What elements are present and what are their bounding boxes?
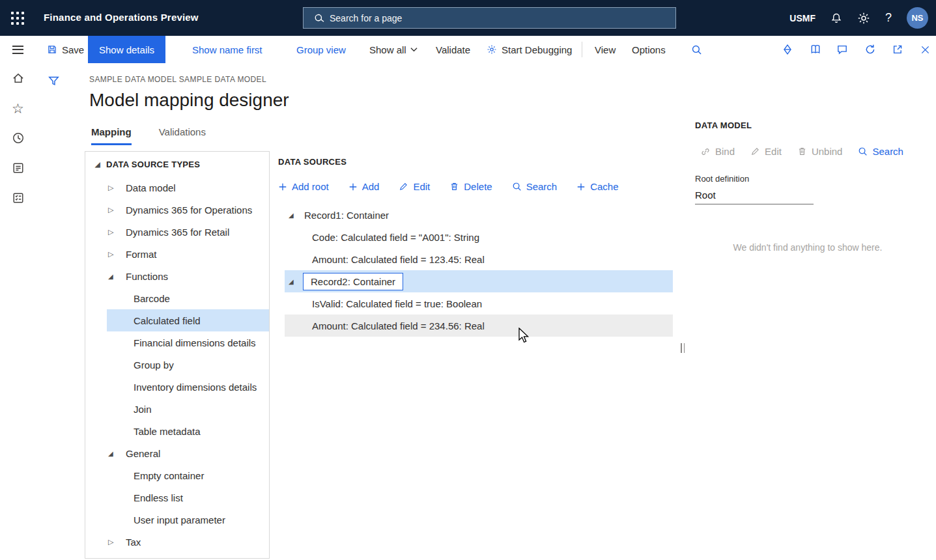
tree-item-empty-container[interactable]: Empty container — [85, 464, 269, 486]
tree-item-dynamics-365-for-operations[interactable]: ▷ Dynamics 365 for Operations — [85, 199, 269, 221]
hamburger-icon — [12, 43, 23, 56]
form-icon — [12, 161, 25, 175]
recent-nav-button[interactable] — [0, 123, 36, 153]
field-row-code[interactable]: Code: Calculated field = "A001": String — [285, 226, 673, 248]
tree-item-general[interactable]: ◢ General — [85, 442, 269, 464]
notifications-bell-icon[interactable] — [830, 12, 842, 24]
trash-icon — [797, 147, 807, 156]
data-source-types-header[interactable]: ◢ DATA SOURCE TYPES — [85, 152, 269, 176]
start-debugging-button[interactable]: Start Debugging — [487, 36, 572, 63]
open-in-new-window-button[interactable] — [892, 36, 903, 63]
tree-item-inventory-dimensions-details[interactable]: Inventory dimensions details — [85, 376, 269, 398]
options-menu-button[interactable]: Options — [632, 36, 666, 63]
user-avatar[interactable]: NS — [907, 7, 928, 29]
close-icon — [920, 45, 930, 55]
forms-nav-button[interactable] — [0, 153, 36, 183]
trash-icon — [449, 182, 459, 191]
filter-funnel-icon[interactable] — [48, 75, 72, 87]
clock-icon — [12, 132, 25, 145]
root-definition-field[interactable]: Root — [695, 189, 814, 204]
group-view-button[interactable]: Group view — [296, 36, 346, 63]
tree-item-tax[interactable]: ▷ Tax — [85, 531, 269, 553]
show-name-first-button[interactable]: Show name first — [192, 36, 262, 63]
tree-item-table-metadata[interactable]: Table metadata — [85, 420, 269, 442]
chevron-down-icon — [410, 47, 418, 52]
app-launcher-icon[interactable] — [11, 12, 24, 25]
tree-item-group-by[interactable]: Group by — [85, 354, 269, 376]
task-list-icon — [12, 191, 25, 204]
tree-item-dynamics-365-for-retail[interactable]: ▷ Dynamics 365 for Retail — [85, 221, 269, 243]
tree-item-user-input-parameter[interactable]: User input parameter — [85, 509, 269, 531]
task-guide-button[interactable] — [810, 36, 821, 63]
open-in-new-window-icon — [892, 44, 903, 55]
favorites-nav-button[interactable]: ☆ — [0, 93, 36, 123]
tree-item-format[interactable]: ▷ Format — [85, 243, 269, 265]
tree-item-endless-list[interactable]: Endless list — [85, 486, 269, 509]
find-button[interactable] — [691, 36, 702, 63]
settings-gear-icon[interactable] — [857, 12, 870, 25]
tree-item-join[interactable]: Join — [85, 398, 269, 420]
company-selector[interactable]: USMF — [789, 13, 815, 23]
add-button[interactable]: Add — [348, 181, 380, 192]
tree-item-record1[interactable]: ◢ Record1: Container — [285, 204, 673, 226]
close-button[interactable] — [920, 36, 930, 63]
save-button[interactable]: Save — [47, 36, 84, 63]
data-sources-panel: DATA SOURCES Add root Add Edit Delete Se… — [278, 157, 675, 337]
unbind-button[interactable]: Unbind — [797, 146, 843, 157]
cache-button[interactable]: Cache — [576, 181, 618, 192]
tree-item-record2[interactable]: ◢ Record2: Container — [285, 270, 673, 292]
help-icon[interactable]: ? — [885, 11, 892, 25]
empty-state-message: We didn't find anything to show here. — [695, 242, 920, 253]
search-button[interactable]: Search — [512, 181, 558, 192]
bind-button[interactable]: Bind — [700, 146, 735, 157]
chevron-collapsed-icon[interactable]: ▷ — [108, 228, 126, 236]
chevron-collapsed-icon[interactable]: ▷ — [108, 206, 126, 214]
edit-button[interactable]: Edit — [399, 181, 430, 192]
delete-button[interactable]: Delete — [449, 181, 492, 192]
chevron-expanded-icon[interactable]: ◢ — [95, 161, 106, 168]
tree-item-barcode[interactable]: Barcode — [85, 287, 269, 309]
save-icon — [47, 44, 57, 55]
chevron-collapsed-icon[interactable]: ▷ — [108, 184, 126, 192]
insights-button[interactable] — [782, 36, 793, 63]
field-row-amount-record1[interactable]: Amount: Calculated field = 123.45: Real — [285, 248, 673, 270]
tree-item-functions[interactable]: ◢ Functions — [85, 265, 269, 287]
panel-resize-handle[interactable] — [681, 343, 685, 353]
page-search-box[interactable] — [303, 7, 676, 29]
hamburger-menu-button[interactable] — [0, 36, 36, 63]
show-all-dropdown[interactable]: Show all — [369, 36, 418, 63]
message-bubble-icon — [836, 44, 848, 55]
refresh-button[interactable] — [864, 36, 876, 63]
pencil-icon — [750, 147, 760, 156]
chevron-expanded-icon[interactable]: ◢ — [108, 273, 126, 280]
chevron-expanded-icon[interactable]: ◢ — [108, 450, 126, 457]
page-search-input[interactable] — [330, 13, 669, 23]
show-details-button[interactable]: Show details — [88, 36, 165, 63]
book-icon — [810, 44, 821, 55]
field-row-amount-record2[interactable]: Amount: Calculated field = 234.56: Real — [285, 315, 673, 337]
home-nav-button[interactable] — [0, 63, 36, 93]
debug-icon — [487, 44, 497, 55]
chevron-expanded-icon[interactable]: ◢ — [289, 278, 304, 285]
chevron-collapsed-icon[interactable]: ▷ — [108, 250, 126, 259]
diamond-icon — [782, 44, 793, 55]
search-button[interactable]: Search — [858, 146, 903, 157]
action-pane: Save Show details Show name first Group … — [36, 36, 936, 63]
tree-item-calculated-field[interactable]: Calculated field — [107, 309, 269, 331]
tree-item-financial-dimensions-details[interactable]: Financial dimensions details — [85, 331, 269, 354]
data-sources-tree: ◢ Record1: Container Code: Calculated fi… — [285, 204, 673, 337]
edit-button[interactable]: Edit — [750, 146, 782, 157]
record2-name-box[interactable]: Record2: Container — [303, 273, 403, 290]
task-list-nav-button[interactable] — [0, 183, 36, 213]
chevron-expanded-icon[interactable]: ◢ — [289, 212, 304, 219]
view-menu-button[interactable]: View — [595, 36, 616, 63]
data-model-header: DATA MODEL — [695, 120, 920, 130]
star-icon: ☆ — [12, 102, 24, 115]
add-root-button[interactable]: Add root — [278, 181, 329, 192]
tab-mapping[interactable]: Mapping — [91, 126, 132, 145]
tree-item-data-model[interactable]: ▷ Data model — [85, 176, 269, 199]
field-row-isvalid[interactable]: IsValid: Calculated field = true: Boolea… — [285, 292, 673, 315]
chevron-collapsed-icon[interactable]: ▷ — [108, 538, 126, 546]
validate-button[interactable]: Validate — [436, 36, 470, 63]
tab-validations[interactable]: Validations — [159, 126, 206, 145]
